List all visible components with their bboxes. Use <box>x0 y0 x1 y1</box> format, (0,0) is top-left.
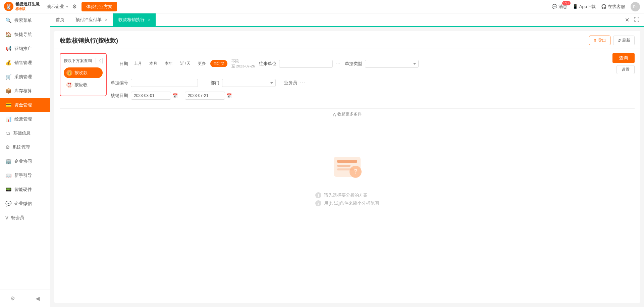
tab-bar-actions: ✕ ⛶ <box>623 15 644 24</box>
tab-receivable-close-icon[interactable]: × <box>148 17 150 22</box>
query-button[interactable]: 查询 <box>612 53 635 63</box>
sidebar-item-marketing[interactable]: 📢 营销推广 <box>0 42 50 56</box>
filter-left-title: 按以下方案查询 《 <box>64 58 103 64</box>
counterparty-field: 往来单位 ··· <box>259 60 341 68</box>
sidebar-label-base: 基础信息 <box>13 130 31 136</box>
filter-option-by-receivable[interactable]: ⏰ 按应收 <box>64 80 103 90</box>
sidebar-item-wechat[interactable]: 💬 企业微信 <box>0 197 50 211</box>
company-selector[interactable]: 演示企业 ▼ <box>47 4 69 10</box>
svg-text:?: ? <box>354 168 357 175</box>
collapse-more-button[interactable]: ⋀ 收起更多条件 <box>60 108 635 120</box>
salesperson-label: 业务员 <box>280 80 297 86</box>
sidebar-item-corp[interactable]: 🏢 企业协同 <box>0 154 50 168</box>
svg-rect-2 <box>337 165 351 167</box>
tip-num-2: 2 <box>315 200 321 206</box>
empty-illustration: ? <box>327 147 367 187</box>
department-select[interactable] <box>222 79 276 87</box>
sidebar-label-hardware: 智能硬件 <box>14 187 32 193</box>
verify-date-range: 📅 — 📅 <box>131 92 232 100</box>
base-icon: 🗂 <box>5 131 10 136</box>
sidebar-item-finance[interactable]: 💳 资金管理 <box>0 98 50 112</box>
verify-start-cal-icon[interactable]: 📅 <box>172 93 178 98</box>
salesperson-field: 业务员 ··· <box>280 80 305 86</box>
collapse-left-button[interactable]: 《 <box>96 58 103 64</box>
inventory-icon: 📦 <box>5 88 12 94</box>
page-title: 收款核销执行(按收款) <box>60 37 118 45</box>
sidebar-item-guide[interactable]: 📖 新手引导 <box>0 168 50 183</box>
date-7days[interactable]: 近7天 <box>177 59 194 68</box>
member-icon: V <box>5 215 8 220</box>
sidebar-label-operation: 经营管理 <box>14 116 32 122</box>
date-last-month[interactable]: 上月 <box>131 59 145 68</box>
tab-prepay-label: 预付冲应付单 <box>75 17 102 23</box>
user-avatar[interactable]: Rit <box>631 2 640 11</box>
sidebar-item-member[interactable]: V 畅会员 <box>0 211 50 225</box>
tab-expand-button[interactable]: ⛶ <box>632 15 641 24</box>
tab-home[interactable]: 首页 <box>50 13 70 27</box>
date-this-month[interactable]: 本月 <box>146 59 160 68</box>
export-icon: ⬆ <box>593 38 597 43</box>
tip-text-2: 用[过滤]条件来缩小分析范围 <box>324 200 379 206</box>
tab-receivable[interactable]: 收款核销执行 × <box>113 13 156 27</box>
sidebar-item-sales[interactable]: 💰 销售管理 <box>0 56 50 70</box>
topbar-right: 💬 消息 99+ 📱 App下载 🎧 在线客服 Rit <box>552 2 640 11</box>
sidebar-item-operation[interactable]: 📊 经营管理 <box>0 112 50 126</box>
date-unlimit-text: 不限 至 2023-07-26 <box>231 59 255 69</box>
filter-row-1: 日期 上月 本月 本年 近7天 更多 自定义 <box>111 53 635 74</box>
user-name: Rit <box>633 5 637 9</box>
sidebar-collapse-icon[interactable]: ◀ <box>33 293 42 304</box>
settings-button[interactable]: 设置 <box>616 65 635 74</box>
sidebar-item-quicknav[interactable]: 🏠 快捷导航 <box>0 28 50 42</box>
tab-close-button[interactable]: ✕ <box>623 15 631 24</box>
message-button[interactable]: 💬 消息 99+ <box>552 4 567 10</box>
sidebar-item-system[interactable]: ⚙ 系统管理 <box>0 140 50 154</box>
verify-end-cal-icon[interactable]: 📅 <box>226 93 232 98</box>
settings-icon[interactable]: ⚙ <box>72 3 77 10</box>
tab-prepay-close-icon[interactable]: × <box>105 17 107 22</box>
topbar-divider1 <box>43 3 43 10</box>
date-more[interactable]: 更多 <box>195 59 209 68</box>
message-icon: 💬 <box>552 4 557 9</box>
date-this-year[interactable]: 本年 <box>162 59 176 68</box>
operation-icon: 📊 <box>5 116 12 122</box>
receipt-option-icon: 💰 <box>66 70 72 76</box>
counterparty-input[interactable] <box>279 60 333 68</box>
salesperson-more-icon[interactable]: ··· <box>300 80 305 86</box>
verify-date-start-input[interactable] <box>131 92 171 100</box>
tip-text-1: 请先选择要分析的方案 <box>324 192 368 198</box>
sidebar-label-sales: 销售管理 <box>14 60 32 66</box>
hardware-icon: 📟 <box>5 187 12 193</box>
sidebar-label-purchase: 采购管理 <box>14 74 32 80</box>
doc-type-select[interactable] <box>365 60 419 68</box>
system-icon: ⚙ <box>5 144 10 150</box>
sidebar-settings-icon[interactable]: ⚙ <box>8 293 18 304</box>
doc-number-input[interactable] <box>131 79 198 87</box>
tab-prepay[interactable]: 预付冲应付单 × <box>70 13 113 27</box>
finance-icon: 💳 <box>5 102 12 108</box>
sidebar-item-hardware[interactable]: 📟 智能硬件 <box>0 183 50 197</box>
date-label: 日期 <box>111 61 128 67</box>
solution-button[interactable]: 体验行业方案 <box>82 2 117 11</box>
app-logo: 🐰 畅捷通好生意 标准版 <box>4 2 40 11</box>
sidebar: 🔍 搜索菜单 🏠 快捷导航 📢 营销推广 💰 销售管理 🛒 采购管理 📦 库存核… <box>0 13 50 307</box>
sidebar-bottom: ⚙ ◀ <box>0 290 50 307</box>
app-download-button[interactable]: 📱 App下载 <box>573 4 596 10</box>
export-button[interactable]: ⬆ 导出 <box>589 36 610 45</box>
app-name: 畅捷通好生意 <box>15 2 40 6</box>
doc-number-label: 单据编号 <box>111 80 128 86</box>
verify-date-end-input[interactable] <box>185 92 225 100</box>
filter-option-by-receipt[interactable]: 💰 按收款 <box>64 67 103 78</box>
receivable-option-icon: ⏰ <box>66 82 72 88</box>
date-field: 日期 上月 本月 本年 近7天 更多 自定义 <box>111 59 255 69</box>
sidebar-item-base[interactable]: 🗂 基础信息 <box>0 126 50 140</box>
date-custom[interactable]: 自定义 <box>210 60 227 67</box>
receipt-option-label: 按收款 <box>74 70 88 76</box>
empty-tips: 1 请先选择要分析的方案 2 用[过滤]条件来缩小分析范围 <box>315 192 379 208</box>
sales-icon: 💰 <box>5 60 12 66</box>
online-support-button[interactable]: 🎧 在线客服 <box>601 4 625 10</box>
sidebar-item-purchase[interactable]: 🛒 采购管理 <box>0 70 50 84</box>
counterparty-more-icon[interactable]: ··· <box>335 61 341 67</box>
refresh-button[interactable]: ↺ 刷新 <box>613 36 635 45</box>
sidebar-item-inventory[interactable]: 📦 库存核算 <box>0 84 50 98</box>
sidebar-item-search[interactable]: 🔍 搜索菜单 <box>0 13 50 28</box>
